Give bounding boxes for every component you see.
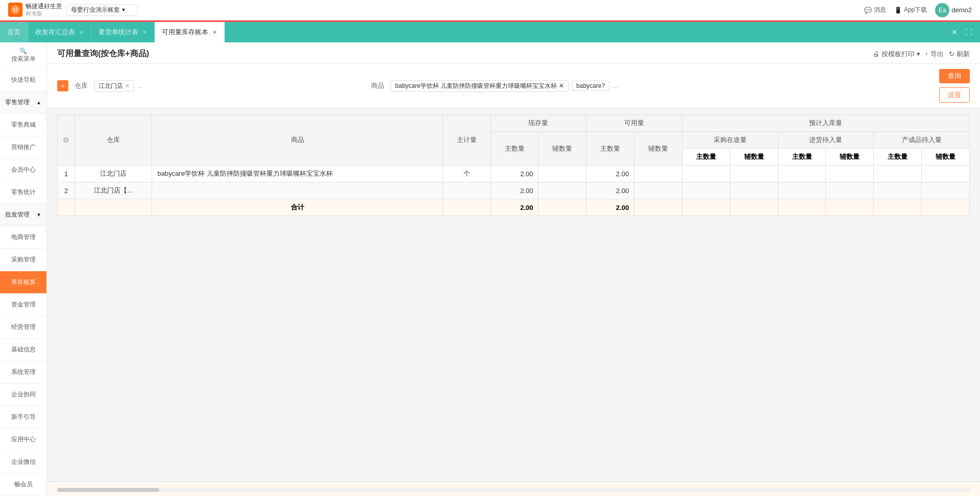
home-tab-label: 首页 (7, 28, 20, 37)
col-warehouse-header: 仓库 (75, 115, 152, 166)
sidebar-item-member2[interactable]: 畅会员 (0, 474, 46, 496)
col-available-main: 主数量 (586, 132, 634, 166)
col-purchase-main: 主数量 (682, 149, 730, 166)
top-bar-right: 💬 消息 📱 App下载 Ea demo2 (864, 3, 972, 17)
refresh-btn[interactable]: ↻ 刷新 (949, 50, 970, 59)
sidebar-item-finance[interactable]: 资金管理 (0, 294, 46, 316)
enterprise-label: 企业协同 (11, 390, 36, 399)
sidebar-item-wholesale[interactable]: 批发管理 ▼ (0, 204, 46, 226)
row-warehouse: 江北门店 (75, 166, 152, 182)
sidebar-item-operations[interactable]: 经营管理 (0, 316, 46, 339)
tab-close-all-btn[interactable]: ✕ (948, 26, 961, 38)
purchase-label: 采购管理 (11, 255, 36, 264)
retail-stat-label: 零售统计 (11, 188, 36, 197)
message-btn[interactable]: 💬 消息 (864, 6, 886, 14)
tab-available-stock[interactable]: 可用量库存账本 ✕ (155, 22, 225, 42)
col-incoming-sub: 辅数量 (826, 149, 874, 166)
col-available-sub: 辅数量 (634, 132, 682, 166)
warehouse-more-btn[interactable]: ... (137, 82, 142, 89)
row-incoming-main (778, 182, 826, 199)
sidebar-item-enterprise[interactable]: 企业协同 (0, 384, 46, 406)
top-bar: 好 畅捷通好生意 标准版 母婴行业演示账套 ▾ 💬 消息 📱 App下载 Ea … (0, 0, 980, 20)
product-more-btn[interactable]: ... (612, 82, 618, 89)
user-area[interactable]: Ea demo2 (935, 3, 972, 17)
tab-home[interactable]: 首页 (0, 22, 28, 42)
page-title: 可用量查询(按仓库+商品) (57, 49, 149, 59)
footer-current-main: 2.00 (491, 199, 538, 216)
query-btn[interactable]: 查询 (939, 69, 970, 83)
export-btn[interactable]: ↑ 导出 (925, 50, 944, 59)
app-download-btn[interactable]: 📱 App下载 (894, 6, 927, 14)
sidebar-shortcut[interactable]: 快捷导航 (0, 69, 46, 91)
scroll-thumb[interactable] (57, 488, 159, 492)
print-icon: 🖨 (873, 50, 879, 58)
sidebar-item-basic[interactable]: 基础信息 (0, 339, 46, 361)
receive-tab-close[interactable]: ✕ (79, 29, 84, 36)
shortcut-label: 快捷导航 (11, 76, 36, 84)
row-available-sub (634, 166, 682, 182)
sidebar-item-retail-stat[interactable]: 零售统计 (0, 181, 46, 204)
sidebar-item-retail-mall[interactable]: 零售商城 (0, 114, 46, 136)
operations-label: 经营管理 (11, 323, 36, 332)
sidebar-item-stock[interactable]: 库存核算 (0, 271, 46, 294)
product-tag-1-remove[interactable]: ✕ (559, 82, 564, 89)
sidebar-item-appcenter[interactable]: 应用中心 (0, 429, 46, 451)
row-current-main: 2.00 (491, 182, 538, 199)
sidebar-item-purchase[interactable]: 采购管理 (0, 249, 46, 271)
row-product (152, 182, 443, 199)
sidebar-item-zero-retail[interactable]: 零售管理 ▲ (0, 91, 46, 114)
data-table: ⚙ 仓库 商品 主计量 现存量 (57, 114, 970, 216)
available-stock-tab-close[interactable]: ✕ (212, 29, 217, 36)
ecommerce-label: 电商管理 (11, 233, 36, 242)
print-btn[interactable]: 🖨 按模板打印 ▾ (873, 50, 920, 59)
tab-order-stat[interactable]: 要货单统计表 ✕ (91, 22, 155, 42)
row-available-main: 2.00 (586, 166, 634, 182)
sidebar-item-member[interactable]: 会员中心 (0, 159, 46, 181)
col-product-header: 商品 (152, 115, 443, 166)
tab-receive[interactable]: 收发存汇总表 ✕ (28, 22, 91, 42)
product-filter-tags: babycare学饮杯 儿童防摔防撞吸管杯重力球吸嘴杯宝宝水杯 ✕ babyca… (390, 80, 933, 92)
sidebar-item-ecommerce[interactable]: 电商管理 (0, 226, 46, 249)
page-header: 可用量查询(按仓库+商品) 🖨 按模板打印 ▾ ↑ 导出 ↻ 刷新 (47, 42, 980, 64)
sidebar: 🔍 搜索菜单 快捷导航 零售管理 ▲ 零售商城 营销推广 会员中心 零售统计 批… (0, 42, 47, 496)
col-product-main: 主数量 (874, 149, 922, 166)
message-icon: 💬 (864, 7, 872, 14)
available-stock-tab-label: 可用量库存账本 (162, 28, 208, 37)
row-purchase-sub (730, 182, 778, 199)
table-footer (47, 481, 980, 496)
row-available-sub (634, 182, 682, 199)
warehouse-tag-remove[interactable]: ✕ (125, 83, 130, 89)
horizontal-scrollbar[interactable] (57, 488, 970, 492)
product-tag-1-text: babycare学饮杯 儿童防摔防撞吸管杯重力球吸嘴杯宝宝水杯 (395, 82, 557, 90)
row-available-main: 2.00 (586, 182, 634, 199)
product-tag-1[interactable]: babycare学饮杯 儿童防摔防撞吸管杯重力球吸嘴杯宝宝水杯 ✕ (390, 80, 569, 92)
main-layout: 🔍 搜索菜单 快捷导航 零售管理 ▲ 零售商城 营销推广 会员中心 零售统计 批… (0, 42, 980, 496)
order-stat-tab-label: 要货单统计表 (99, 28, 138, 37)
product-tag-2[interactable]: babycare? (572, 81, 609, 91)
warehouse-tag[interactable]: 江北门店 ✕ (94, 80, 134, 92)
table-row: 2 江北门店【... 2.00 2.00 (58, 182, 970, 199)
row-product-sub (922, 166, 970, 182)
sidebar-search[interactable]: 🔍 搜索菜单 (0, 42, 46, 69)
gear-icon[interactable]: ⚙ (63, 136, 69, 144)
sidebar-item-marketing[interactable]: 营销推广 (0, 136, 46, 159)
row-incoming-sub (826, 166, 874, 182)
avatar: Ea (935, 3, 949, 17)
sidebar-item-system[interactable]: 系统管理 (0, 361, 46, 384)
col-incoming-group: 预计入库量 (682, 115, 969, 132)
col-product-sub: 辅数量 (922, 149, 970, 166)
settings-btn[interactable]: 设置 (939, 87, 970, 103)
logo-icon: 好 (8, 3, 22, 17)
col-purchase-group: 采购在途量 (682, 132, 778, 149)
filter-actions: 查询 设置 (939, 69, 970, 103)
order-stat-tab-close[interactable]: ✕ (142, 29, 147, 36)
industry-select[interactable]: 母婴行业演示账套 ▾ (66, 4, 138, 16)
tab-fullscreen-btn[interactable]: ⛶ (963, 26, 975, 38)
marketing-label: 营销推广 (11, 143, 36, 152)
corpwx-label: 企业微信 (11, 458, 36, 466)
sidebar-item-newguide[interactable]: 新手引导 (0, 406, 46, 429)
filter-expand-btn[interactable]: » (57, 80, 68, 91)
col-current-sub: 辅数量 (538, 132, 586, 166)
sidebar-item-corpwx[interactable]: 企业微信 (0, 451, 46, 474)
tab-actions: ✕ ⛶ (943, 22, 980, 42)
